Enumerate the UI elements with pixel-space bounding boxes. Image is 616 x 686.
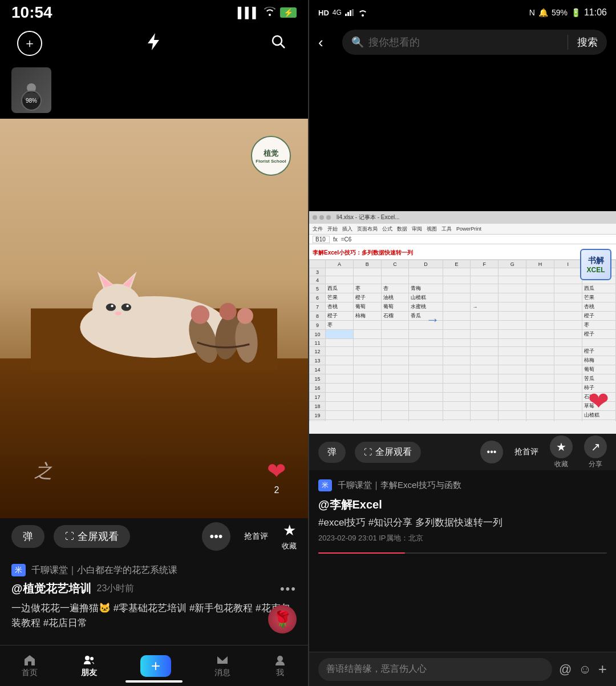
c15f[interactable] xyxy=(471,374,499,384)
cell-j8[interactable]: 橙子 xyxy=(582,312,615,321)
right-favorite-action[interactable]: ★ 收藏 xyxy=(550,435,573,469)
c18d[interactable] xyxy=(409,402,443,411)
c18g[interactable] xyxy=(499,402,526,411)
cell-b5[interactable]: 枣 xyxy=(353,284,381,293)
cell-d5[interactable]: 青梅 xyxy=(409,284,443,293)
c17f[interactable] xyxy=(471,393,499,402)
c16a[interactable] xyxy=(326,384,354,393)
cell-c3[interactable] xyxy=(381,268,409,276)
c19h[interactable] xyxy=(526,411,554,420)
cell-g3[interactable] xyxy=(499,268,526,276)
right-share-action[interactable]: ↗ 分享 xyxy=(584,435,607,469)
cell-e3[interactable] xyxy=(443,268,471,276)
search-input-container[interactable]: 🔍 搜你想看的 搜索 xyxy=(342,30,607,55)
c17i[interactable] xyxy=(554,393,582,402)
cell-a11[interactable] xyxy=(326,339,354,347)
cell-e10[interactable] xyxy=(443,330,471,339)
c17e[interactable] xyxy=(443,393,471,402)
c14g[interactable] xyxy=(499,365,526,374)
cell-c6[interactable]: 油桃 xyxy=(381,293,409,302)
cell-g7[interactable] xyxy=(499,302,526,312)
cell-g8[interactable] xyxy=(499,312,526,321)
c20i[interactable] xyxy=(554,420,582,422)
c15e[interactable] xyxy=(443,374,471,384)
right-more-action[interactable]: ••• xyxy=(480,441,503,463)
cell-j12c[interactable] xyxy=(381,347,409,356)
cell-j9[interactable]: 枣 xyxy=(582,321,615,330)
c19d[interactable] xyxy=(409,411,443,420)
c17c[interactable] xyxy=(381,393,409,402)
c20d[interactable] xyxy=(409,420,443,422)
c18i[interactable] xyxy=(554,402,582,411)
cell-g10[interactable] xyxy=(499,330,526,339)
cell-j12e[interactable] xyxy=(443,347,471,356)
first-comment-action[interactable]: 抢首评 xyxy=(244,531,268,542)
cell-j12i[interactable] xyxy=(554,347,582,356)
cell-a9[interactable]: 枣 xyxy=(326,321,354,330)
menu-insert[interactable]: 插入 xyxy=(342,225,352,233)
cell-j13[interactable]: 柿梅 xyxy=(582,356,615,365)
cell-i7[interactable] xyxy=(554,302,582,312)
heart-like[interactable]: ❤ 2 xyxy=(262,457,291,495)
cell-f5[interactable] xyxy=(471,284,499,293)
cell-d11[interactable] xyxy=(409,339,443,347)
cell-d6[interactable]: 山楂糕 xyxy=(409,293,443,302)
cell-e5[interactable] xyxy=(443,284,471,293)
cell-h8[interactable] xyxy=(526,312,554,321)
comment-plus-icon[interactable]: + xyxy=(598,660,607,678)
cell-j12b[interactable] xyxy=(353,347,381,356)
cell-a8[interactable]: 橙子 xyxy=(326,312,354,321)
cell-h9[interactable] xyxy=(526,321,554,330)
cell-b9[interactable] xyxy=(353,321,381,330)
cell-f10[interactable] xyxy=(471,330,499,339)
c16i[interactable] xyxy=(554,384,582,393)
c20g[interactable] xyxy=(499,420,526,422)
cell-f4[interactable] xyxy=(471,276,499,284)
cell-i11[interactable] xyxy=(554,339,582,347)
cell-c10[interactable] xyxy=(381,330,409,339)
c14e[interactable] xyxy=(443,365,471,374)
cell-g4[interactable] xyxy=(499,276,526,284)
c15a[interactable] xyxy=(326,374,354,384)
menu-data[interactable]: 数据 xyxy=(397,225,407,233)
cell-i6[interactable] xyxy=(554,293,582,302)
comment-input-field[interactable]: 善语结善缘，恶言伤人心 xyxy=(318,658,552,681)
menu-view[interactable]: 视图 xyxy=(427,225,437,233)
c14c[interactable] xyxy=(381,365,409,374)
menu-powerprint[interactable]: PowerPrint xyxy=(456,226,481,232)
menu-file[interactable]: 文件 xyxy=(313,225,323,233)
menu-page[interactable]: 页面布局 xyxy=(357,225,378,233)
cell-e11[interactable] xyxy=(443,339,471,347)
c19a[interactable] xyxy=(326,411,354,420)
cell-j5[interactable]: 西瓜 xyxy=(582,284,615,293)
c15b[interactable] xyxy=(353,374,381,384)
c14i[interactable] xyxy=(554,365,582,374)
c15h[interactable] xyxy=(526,374,554,384)
cell-g5[interactable] xyxy=(499,284,526,293)
story-item[interactable]: 98% xyxy=(11,67,51,113)
cell-e8[interactable] xyxy=(443,312,471,321)
cell-j13e[interactable] xyxy=(443,356,471,365)
cell-j13h[interactable] xyxy=(526,356,554,365)
cell-e9[interactable] xyxy=(443,321,471,330)
cell-b4[interactable] xyxy=(353,276,381,284)
cell-j14[interactable]: 葡萄 xyxy=(582,365,615,374)
cell-c9[interactable] xyxy=(381,321,409,330)
cell-b7[interactable]: 葡萄 xyxy=(353,302,381,312)
cell-i10[interactable] xyxy=(554,330,582,339)
cell-f9[interactable] xyxy=(471,321,499,330)
fullscreen-button[interactable]: ⛶ 全屏观看 xyxy=(54,525,130,548)
flash-button[interactable] xyxy=(141,31,167,56)
cell-a4[interactable] xyxy=(326,276,354,284)
cell-e6[interactable] xyxy=(443,293,471,302)
cell-j13d[interactable] xyxy=(409,356,443,365)
cell-c7[interactable]: 葡萄 xyxy=(381,302,409,312)
cell-j13a[interactable] xyxy=(326,356,354,365)
c16f[interactable] xyxy=(471,384,499,393)
menu-tools[interactable]: 工具 xyxy=(441,225,452,233)
cell-j12-filler[interactable] xyxy=(326,347,354,356)
c16b[interactable] xyxy=(353,384,381,393)
cell-h7[interactable] xyxy=(526,302,554,312)
cell-h10[interactable] xyxy=(526,330,554,339)
nav-friends[interactable]: 朋友 xyxy=(81,654,97,678)
